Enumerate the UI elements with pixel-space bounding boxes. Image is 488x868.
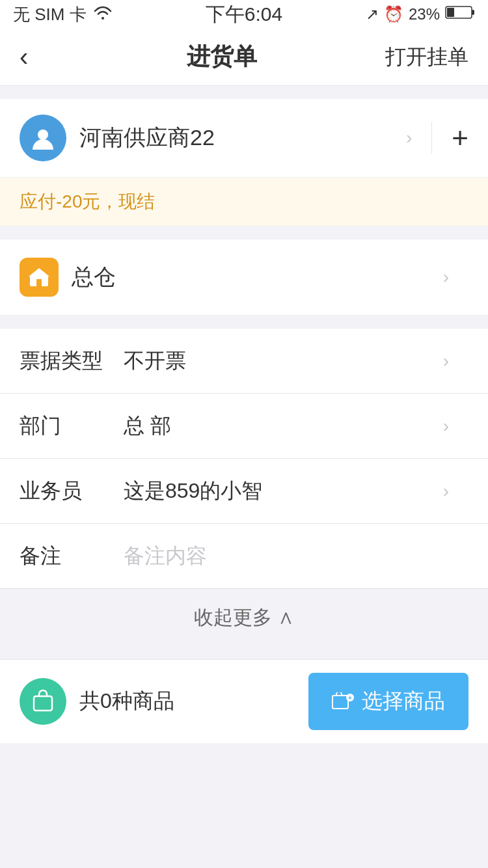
carrier-text: 无 SIM 卡	[13, 3, 87, 26]
alarm-icon: ⏰	[384, 5, 403, 23]
department-label: 部门	[20, 412, 111, 441]
form-section: 票据类型 不开票 › 部门 总 部 › 业务员 这是859的小智 › 备注 备注…	[0, 329, 488, 589]
location-icon: ↗	[366, 5, 379, 23]
section-divider-2	[0, 226, 488, 239]
warehouse-row[interactable]: 总仓 ›	[0, 239, 488, 316]
department-value: 总 部	[111, 412, 443, 441]
supplier-section: 河南供应商22 › + 应付-20元，现结	[0, 99, 488, 226]
select-product-label: 选择商品	[362, 687, 445, 716]
battery-text: 23%	[409, 5, 440, 23]
supplier-row[interactable]: 河南供应商22 › +	[0, 99, 488, 178]
product-bar: 共0种商品 + 选择商品	[0, 659, 488, 743]
product-icon-wrap	[20, 678, 66, 725]
status-left: 无 SIM 卡	[13, 3, 113, 26]
warehouse-chevron-icon: ›	[443, 267, 449, 288]
status-time: 下午6:04	[206, 1, 282, 28]
supplier-avatar	[20, 115, 66, 161]
supplier-chevron-icon: ›	[406, 128, 412, 148]
svg-rect-2	[447, 8, 454, 17]
add-supplier-button[interactable]: +	[452, 124, 468, 152]
invoice-type-value: 不开票	[111, 347, 443, 375]
select-product-button[interactable]: + 选择商品	[308, 673, 468, 730]
svg-rect-7	[34, 696, 52, 711]
salesperson-label: 业务员	[20, 477, 111, 506]
product-count: 共0种商品	[79, 687, 295, 716]
warehouse-icon-wrap	[20, 258, 59, 297]
battery-icon	[445, 5, 475, 23]
open-pending-button[interactable]: 打开挂单	[385, 43, 468, 72]
section-divider-3	[0, 316, 488, 329]
svg-text:+: +	[348, 694, 352, 701]
warehouse-name: 总仓	[72, 262, 443, 292]
nav-bar: ‹ 进货单 打开挂单	[0, 29, 488, 86]
collapse-label: 收起更多 ∧	[194, 604, 293, 631]
department-row[interactable]: 部门 总 部 ›	[0, 394, 488, 459]
alert-banner: 应付-20元，现结	[0, 178, 488, 226]
invoice-type-row[interactable]: 票据类型 不开票 ›	[0, 329, 488, 394]
svg-rect-6	[36, 279, 42, 286]
salesperson-row[interactable]: 业务员 这是859的小智 ›	[0, 459, 488, 524]
section-divider-4	[0, 646, 488, 659]
invoice-type-chevron-icon: ›	[443, 351, 449, 372]
alert-text: 应付-20元，现结	[20, 191, 155, 211]
svg-rect-8	[332, 696, 348, 709]
status-right: ↗ ⏰ 23%	[366, 5, 475, 23]
salesperson-value: 这是859的小智	[111, 477, 443, 506]
page-title: 进货单	[187, 41, 257, 73]
svg-marker-5	[29, 268, 49, 277]
remark-row[interactable]: 备注 备注内容	[0, 524, 488, 589]
back-button[interactable]: ‹	[20, 42, 59, 72]
collapse-button[interactable]: 收起更多 ∧	[0, 589, 488, 646]
salesperson-chevron-icon: ›	[443, 481, 449, 502]
supplier-divider	[431, 122, 432, 154]
section-divider-top	[0, 86, 488, 99]
svg-point-3	[38, 129, 48, 140]
supplier-name: 河南供应商22	[79, 123, 406, 153]
status-bar: 无 SIM 卡 下午6:04 ↗ ⏰ 23%	[0, 0, 488, 29]
remark-value: 备注内容	[111, 542, 468, 571]
wifi-icon	[93, 5, 113, 23]
remark-label: 备注	[20, 542, 111, 571]
gray-background	[0, 743, 488, 868]
svg-rect-1	[472, 10, 474, 15]
department-chevron-icon: ›	[443, 416, 449, 437]
invoice-type-label: 票据类型	[20, 347, 111, 375]
